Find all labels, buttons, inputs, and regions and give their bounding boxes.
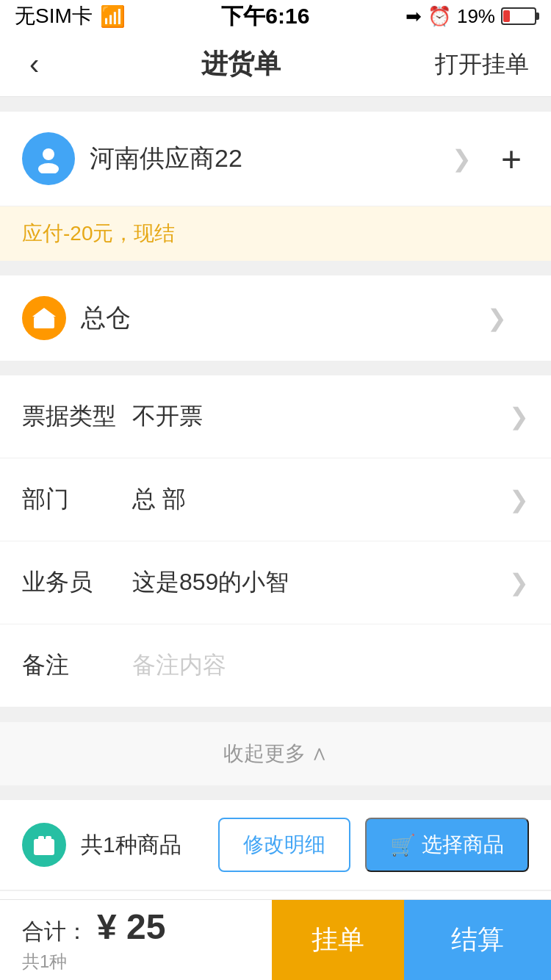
warehouse-chevron-icon: ❯ bbox=[487, 304, 507, 332]
product-count-icon bbox=[22, 823, 66, 867]
battery-icon bbox=[501, 7, 536, 25]
svg-rect-4 bbox=[34, 839, 54, 855]
form-section: 票据类型 不开票 ❯ 部门 总 部 ❯ 业务员 这是859的小智 ❯ 备注 备注… bbox=[0, 375, 551, 707]
status-right: ➡ ⏰ 19% bbox=[406, 5, 536, 28]
back-button[interactable]: ‹ bbox=[22, 40, 46, 88]
section-gap-1 bbox=[0, 97, 551, 112]
invoice-type-value: 不开票 bbox=[118, 400, 509, 433]
salesperson-value: 这是859的小智 bbox=[118, 566, 509, 599]
warehouse-section: 总仓 ❯ bbox=[0, 275, 551, 361]
warehouse-row[interactable]: 总仓 ❯ bbox=[0, 275, 551, 361]
alarm-icon: ⏰ bbox=[428, 5, 451, 28]
svg-point-0 bbox=[43, 148, 54, 160]
remark-label: 备注 bbox=[22, 649, 118, 682]
salesperson-row[interactable]: 业务员 这是859的小智 ❯ bbox=[0, 541, 551, 624]
footer-total-amount: ¥ 25 bbox=[97, 907, 165, 947]
invoice-type-row[interactable]: 票据类型 不开票 ❯ bbox=[0, 375, 551, 458]
department-chevron-icon: ❯ bbox=[509, 486, 529, 514]
department-row[interactable]: 部门 总 部 ❯ bbox=[0, 458, 551, 541]
footer: 合计： ¥ 25 共1种 挂单 结算 bbox=[0, 899, 551, 980]
svg-rect-2 bbox=[34, 317, 54, 328]
section-gap-2 bbox=[0, 261, 551, 275]
products-header: 共1种商品 修改明细 🛒 选择商品 bbox=[0, 800, 551, 890]
supplier-row[interactable]: 河南供应商22 ❯ + bbox=[0, 112, 551, 206]
cart-icon: 🛒 bbox=[390, 833, 416, 857]
warehouse-icon bbox=[22, 296, 66, 340]
footer-total: 合计： ¥ 25 共1种 bbox=[0, 900, 272, 980]
warehouse-name: 总仓 bbox=[81, 301, 487, 335]
invoice-type-label: 票据类型 bbox=[22, 400, 118, 433]
battery-percent: 19% bbox=[457, 5, 495, 28]
supplier-notice: 应付-20元，现结 bbox=[0, 206, 551, 261]
footer-total-sub: 共1种 bbox=[22, 950, 250, 973]
svg-rect-6 bbox=[46, 836, 51, 842]
footer-total-row: 合计： ¥ 25 bbox=[22, 907, 250, 947]
remark-row[interactable]: 备注 备注内容 bbox=[0, 624, 551, 707]
salesperson-label: 业务员 bbox=[22, 566, 118, 599]
product-count-text: 共1种商品 bbox=[81, 830, 204, 860]
footer-total-label: 合计： bbox=[22, 917, 88, 947]
open-hang-button[interactable]: 打开挂单 bbox=[435, 48, 529, 81]
status-left: 无SIM卡 📶 bbox=[15, 2, 126, 30]
checkout-button[interactable]: 结算 bbox=[404, 900, 551, 980]
invoice-type-chevron-icon: ❯ bbox=[509, 403, 529, 430]
nav-bar: ‹ 进货单 打开挂单 bbox=[0, 32, 551, 97]
supplier-chevron-icon: ❯ bbox=[452, 145, 472, 173]
svg-point-1 bbox=[38, 163, 59, 173]
remark-input[interactable]: 备注内容 bbox=[118, 649, 529, 682]
department-value: 总 部 bbox=[118, 483, 509, 516]
collapse-button[interactable]: 收起更多 ∧ bbox=[0, 722, 551, 785]
supplier-name: 河南供应商22 bbox=[90, 142, 452, 176]
edit-detail-button[interactable]: 修改明细 bbox=[218, 818, 350, 872]
svg-rect-5 bbox=[38, 836, 44, 842]
hang-button[interactable]: 挂单 bbox=[272, 900, 404, 980]
status-time: 下午6:16 bbox=[221, 1, 309, 32]
supplier-avatar bbox=[22, 132, 75, 185]
location-icon: ➡ bbox=[406, 5, 422, 28]
page-title: 进货单 bbox=[201, 46, 281, 82]
status-bar: 无SIM卡 📶 下午6:16 ➡ ⏰ 19% bbox=[0, 0, 551, 32]
supplier-section: 河南供应商22 ❯ + 应付-20元，现结 bbox=[0, 112, 551, 261]
wifi-icon: 📶 bbox=[100, 4, 126, 29]
add-supplier-button[interactable]: + bbox=[494, 139, 529, 179]
carrier-text: 无SIM卡 bbox=[15, 2, 93, 30]
salesperson-chevron-icon: ❯ bbox=[509, 569, 529, 597]
select-product-button[interactable]: 🛒 选择商品 bbox=[365, 818, 529, 872]
department-label: 部门 bbox=[22, 483, 118, 516]
select-product-label: 选择商品 bbox=[422, 831, 504, 859]
svg-marker-3 bbox=[32, 308, 56, 317]
